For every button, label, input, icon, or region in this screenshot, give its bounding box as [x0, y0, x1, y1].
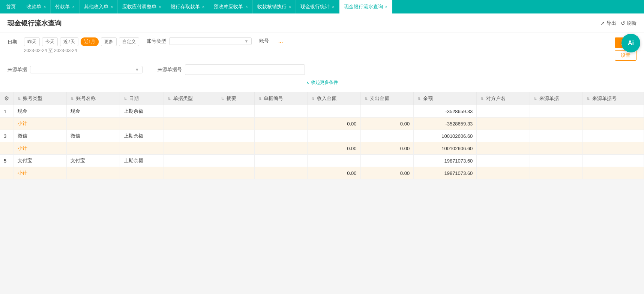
close-icon[interactable]: × [159, 4, 161, 9]
table-row[interactable]: 3微信微信上期余额100102606.60 [0, 130, 644, 142]
table-cell [164, 118, 217, 130]
account-type-label: 账号类型 [147, 38, 166, 45]
table-cell [477, 167, 530, 179]
nav-tab-收款核销执行[interactable]: 收款核销执行 × [253, 0, 296, 13]
source-doc-select[interactable]: ▼ [30, 66, 143, 73]
nav-tab-现金银行统计[interactable]: 现金银行统计 × [296, 0, 339, 13]
table-cell [217, 167, 255, 179]
header-actions: ↗ 导出 ↺ 刷新 [600, 20, 636, 27]
table-container: ⚙ ⇅ 账号类型 ⇅ 账号名称 ⇅ 日期 ⇅ 单据类型 [0, 92, 644, 179]
close-icon[interactable]: × [72, 4, 74, 9]
table-cell: 0.00 [308, 167, 361, 179]
table-row[interactable]: 小计0.000.00-3528659.33 [0, 118, 644, 130]
sort-icon[interactable]: ⇅ [534, 97, 537, 101]
table-row[interactable]: 小计0.000.0019871073.60 [0, 167, 644, 179]
date-btn-1month[interactable]: 近1月 [81, 37, 99, 46]
table-cell [360, 130, 414, 142]
filter-area: 日期 昨天 今天 近7天 近1月 更多 自定义 2023-02-24 至 202… [0, 33, 644, 92]
table-cell [360, 155, 414, 167]
chevron-down-icon: ▼ [244, 39, 248, 43]
table-cell: 0.00 [308, 142, 361, 155]
table-cell [254, 105, 308, 118]
close-icon[interactable]: × [289, 4, 291, 9]
table-cell [0, 118, 14, 130]
table-cell [254, 167, 308, 179]
table-cell: 0.00 [360, 118, 414, 130]
table-cell: 小计 [14, 167, 67, 179]
sort-icon[interactable]: ⇅ [258, 97, 261, 101]
table-cell [530, 167, 583, 179]
nav-tab-付款单[interactable]: 付款单 × [51, 0, 79, 13]
table-cell: 0.00 [360, 167, 414, 179]
refresh-button[interactable]: ↺ 刷新 [621, 20, 636, 27]
table-cell [477, 155, 530, 167]
sort-icon[interactable]: ⇅ [18, 97, 21, 101]
table-cell: 现金 [67, 105, 120, 118]
nav-home[interactable]: 首页 [0, 0, 22, 13]
close-icon[interactable]: × [245, 4, 248, 9]
nav-tab-银行存取款单[interactable]: 银行存取款单 × [166, 0, 209, 13]
date-btn-7days[interactable]: 近7天 [60, 37, 78, 46]
export-button[interactable]: ↗ 导出 [600, 20, 616, 27]
col-doc-no: ⇅ 单据编号 [254, 92, 308, 105]
sort-icon[interactable]: ⇅ [311, 97, 314, 101]
col-source-doc-no: ⇅ 来源单据号 [583, 92, 644, 105]
table-cell [164, 130, 217, 142]
table-cell: 19871073.60 [414, 167, 477, 179]
table-cell [217, 142, 255, 155]
table-cell [120, 142, 164, 155]
table-cell [583, 130, 644, 142]
nav-tab-收款单[interactable]: 收款单 × [22, 0, 51, 13]
table-cell [254, 142, 308, 155]
table-row[interactable]: 5支付宝支付宝上期余额19871073.60 [0, 155, 644, 167]
sort-icon[interactable]: ⇅ [365, 97, 368, 101]
table-cell [308, 130, 361, 142]
sort-icon[interactable]: ⇅ [587, 97, 590, 101]
table-row[interactable]: 1现金现金上期余额-3528659.33 [0, 105, 644, 118]
sort-icon[interactable]: ⇅ [221, 97, 224, 101]
table-cell: 微信 [14, 130, 67, 142]
close-icon[interactable]: × [111, 4, 113, 9]
table-cell [583, 105, 644, 118]
table-cell [164, 167, 217, 179]
collapse-bar[interactable]: ∧ 收起更多条件 [8, 78, 636, 89]
source-doc-num-input[interactable] [185, 64, 305, 75]
account-type-select[interactable]: ▼ [169, 37, 252, 45]
table-cell [477, 105, 530, 118]
close-icon[interactable]: × [44, 4, 46, 9]
date-btn-custom[interactable]: 自定义 [119, 37, 139, 46]
nav-tab-现金银行流水查询[interactable]: 现金银行流水查询 × [339, 0, 392, 13]
table-settings-icon[interactable]: ⚙ [4, 95, 9, 101]
nav-tab-应收应付调整单[interactable]: 应收应付调整单 × [118, 0, 166, 13]
close-icon[interactable]: × [202, 4, 204, 9]
table-cell [530, 155, 583, 167]
table-cell: 现金 [14, 105, 67, 118]
nav-tab-预收冲应收单[interactable]: 预收冲应收单 × [209, 0, 252, 13]
page-title: 现金银行流水查询 [8, 19, 62, 28]
table-cell [120, 118, 164, 130]
table-cell: 上期余额 [120, 105, 164, 118]
table-cell [217, 105, 255, 118]
table-cell: 19871073.60 [414, 155, 477, 167]
table-cell [583, 118, 644, 130]
sort-icon[interactable]: ⇅ [417, 97, 420, 101]
sort-icon[interactable]: ⇅ [480, 97, 483, 101]
date-btn-yesterday[interactable]: 昨天 [24, 37, 40, 46]
close-icon[interactable]: × [385, 4, 387, 9]
nav-tab-其他收入单[interactable]: 其他收入单 × [80, 0, 118, 13]
ai-assistant-button[interactable]: Ai [621, 34, 640, 52]
sort-icon[interactable]: ⇅ [124, 97, 127, 101]
table-row[interactable]: 小计0.000.00100102606.60 [0, 142, 644, 155]
sort-icon[interactable]: ⇅ [168, 97, 171, 101]
close-icon[interactable]: × [332, 4, 334, 9]
table-cell: -3528659.33 [414, 105, 477, 118]
sort-icon[interactable]: ⇅ [71, 97, 74, 101]
date-btn-today[interactable]: 今天 [42, 37, 58, 46]
col-income: ⇅ 收入金额 [308, 92, 361, 105]
table-cell [583, 155, 644, 167]
date-btn-more[interactable]: 更多 [101, 37, 117, 46]
col-account-type: ⇅ 账号类型 [14, 92, 67, 105]
account-dots-button[interactable]: ... [276, 37, 285, 44]
table-cell: 3 [0, 130, 14, 142]
chevron-down-icon: ▼ [135, 67, 139, 72]
